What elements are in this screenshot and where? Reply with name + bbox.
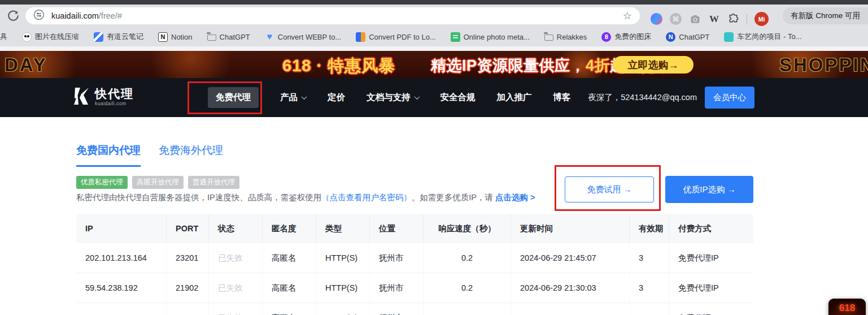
site-settings-icon[interactable]: [33, 9, 45, 23]
address-bar[interactable]: kuaidaili.com/free/# ☆: [25, 7, 640, 24]
project-icon: [724, 32, 734, 42]
banner-cta-button[interactable]: 立即选购→: [613, 56, 693, 74]
member-center-button[interactable]: 会员中心: [705, 87, 754, 109]
bookmark-item[interactable]: NChatGPT: [666, 32, 709, 42]
nav-item-label: 产品: [280, 92, 298, 103]
bookmark-item[interactable]: ChatGPT: [207, 33, 250, 41]
bookmark-item[interactable]: 有道云笔记: [94, 32, 143, 42]
brain-extension-icon[interactable]: [651, 13, 662, 25]
bookmark-item[interactable]: ♥Convert WEBP to...: [265, 32, 341, 42]
bookmark-item[interactable]: Convert PDF to Lo...: [356, 32, 436, 42]
nav-item[interactable]: 博客: [553, 92, 571, 103]
extensions-puzzle-icon[interactable]: [727, 13, 739, 25]
table-row: 121.226.188.14621904已失效高匿名HTTP(S)抚州市0.22…: [76, 303, 753, 315]
nav-menu: 免费代理产品定价文档与支持安全合规加入推广博客: [208, 78, 571, 117]
tab-active[interactable]: 免费国内代理: [76, 143, 141, 167]
site-logo[interactable]: 快代理 kuaidaili.com: [73, 87, 134, 106]
logo-text: 快代理 kuaidaili.com: [95, 87, 134, 106]
chevron-down-icon: [414, 94, 420, 100]
bookmark-item[interactable]: 8免费的图床: [601, 32, 651, 42]
url-path: /free/#: [99, 11, 122, 20]
nav-item[interactable]: 安全合规: [440, 92, 476, 103]
folder-icon: [544, 34, 553, 41]
table-row: 59.54.238.19221902已失效高匿名HTTP(S)抚州市0.2202…: [76, 273, 753, 303]
promo-banner[interactable]: DAY 618 · 特惠风暴 精选IP资源限量供应，4折起疯抢中! 立即选购→ …: [0, 51, 868, 78]
bookmark-label: ChatGPT: [220, 33, 250, 41]
chrome-update-button[interactable]: 有新版 Chrome 可用 ⋮: [783, 7, 868, 24]
extension-icons: ⌘ W Mi: [651, 12, 769, 26]
proxy-table: IPPORT状态匿名度类型位置响应速度（秒）更新时间有效期付费方式 202.10…: [76, 214, 753, 315]
bookmark-item[interactable]: Relakkes: [544, 33, 587, 41]
bookmark-label: ChatGPT: [679, 33, 709, 41]
table-cell: 0.2: [424, 243, 511, 273]
heart-icon: ♥: [265, 32, 274, 42]
table-cell: 高匿名: [263, 243, 316, 273]
bookmark-label: Convert PDF to Lo...: [369, 33, 436, 41]
bookmark-label: 车艺尚的项目 - To...: [737, 32, 801, 42]
table-header-cell: 付费方式: [669, 214, 753, 243]
pdf-icon: [356, 32, 365, 42]
tab-inactive[interactable]: 免费海外代理: [159, 143, 223, 167]
table-cell: 3: [630, 243, 669, 273]
table-cell: 2024-06-29 21:45:07: [511, 243, 630, 273]
browser-toolbar: kuaidaili.com/free/# ☆ ⌘ W Mi 有新版 Chrome…: [0, 5, 868, 27]
screenshot-extension-icon[interactable]: [689, 13, 701, 25]
url-host: kuaidaili.com: [51, 11, 99, 20]
page-top-gap: [0, 46, 868, 51]
table-cell: 已失效: [209, 243, 263, 273]
profile-avatar[interactable]: Mi: [754, 12, 769, 26]
chrome-update-label: 有新版 Chrome 可用: [791, 11, 860, 21]
bookmark-item[interactable]: 车艺尚的项目 - To...: [724, 32, 801, 42]
nav-item[interactable]: 产品: [280, 92, 306, 103]
nav-item-label: 文档与支持: [367, 92, 411, 103]
command-extension-icon[interactable]: ⌘: [670, 13, 682, 25]
window-top-strip: [0, 0, 868, 5]
table-cell: 121.226.188.146: [76, 303, 167, 315]
view-credentials-link[interactable]: （点击查看用户名密码）: [321, 193, 412, 202]
table-cell: 2024-06-29 21:30:03: [511, 273, 630, 303]
proxy-tabs: 免费国内代理免费海外代理: [76, 143, 223, 167]
table-header-cell: 更新时间: [511, 214, 630, 243]
nav-item-label: 定价: [328, 92, 345, 103]
kebab-menu-icon[interactable]: ⋮: [866, 11, 868, 20]
table-cell: 已失效: [209, 273, 263, 303]
premium-ip-button[interactable]: 优质IP选购 →: [665, 176, 753, 203]
purchase-link[interactable]: 点击选购 >: [495, 193, 535, 202]
bookmark-label: 免费的图床: [614, 32, 651, 42]
table-cell: 0.2: [424, 273, 511, 303]
nav-item[interactable]: 定价: [328, 92, 345, 103]
nav-item[interactable]: 文档与支持: [367, 92, 419, 103]
bookmark-item[interactable]: Online photo meta...: [451, 32, 530, 42]
table-cell: 2024-06-29 21:15:02: [511, 303, 630, 315]
proxy-tag: 优质私密代理: [76, 176, 128, 189]
table-cell: 抚州市: [370, 243, 424, 273]
bookmark-item[interactable]: 图片在线压缩: [22, 32, 79, 42]
nav-item[interactable]: 加入推广: [497, 92, 532, 103]
nav-item-label: 博客: [553, 92, 571, 103]
reload-icon[interactable]: [7, 10, 19, 22]
table-cell: 3: [630, 273, 669, 303]
url-text[interactable]: kuaidaili.com/free/#: [51, 11, 122, 20]
wikipedia-extension-icon[interactable]: W: [708, 13, 720, 25]
table-cell: 0.2: [424, 303, 511, 315]
bookmark-star-icon[interactable]: ☆: [623, 11, 632, 21]
table-cell: HTTP(S): [316, 303, 370, 315]
618-floating-badge[interactable]: 618: [828, 299, 866, 315]
table-body: 202.101.213.16423201已失效高匿名HTTP(S)抚州市0.22…: [76, 243, 753, 315]
bookmark-item[interactable]: NNotion: [158, 32, 193, 42]
toolbar-divider: [747, 14, 747, 25]
table-header-cell: 位置: [370, 214, 424, 243]
banner-title: 618 · 特惠风暴: [282, 55, 395, 77]
logo-name: 快代理: [95, 87, 134, 100]
free-trial-button[interactable]: 免费试用 →: [565, 176, 654, 202]
proxy-tag: 普通开放代理: [188, 176, 239, 189]
notion-icon: N: [158, 32, 168, 42]
bookmark-item[interactable]: 工具: [0, 32, 7, 42]
bookmark-label: Convert WEBP to...: [278, 33, 341, 41]
annotation-box-free-proxy: [187, 81, 262, 114]
banner-day-word: DAY: [5, 54, 47, 76]
user-greeting: 夜深了，524134442@qq.com: [588, 92, 697, 103]
table-header-cell: IP: [76, 214, 167, 243]
table-header-cell: PORT: [167, 214, 209, 243]
youdao-icon: [94, 32, 103, 42]
